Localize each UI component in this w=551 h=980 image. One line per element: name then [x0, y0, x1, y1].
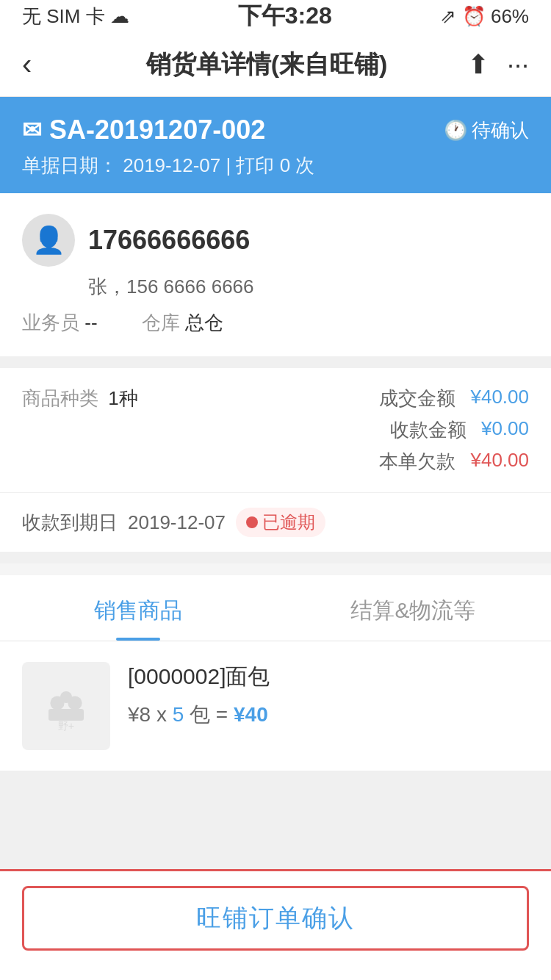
order-id: ✉ SA-20191207-002	[22, 115, 265, 145]
product-info: [0000002]面包 ¥8 x 5 包 = ¥40	[128, 662, 529, 729]
amount-section: 商品种类 1种 成交金额 ¥40.00 收款金额 ¥0.00 本单欠款 ¥40.…	[0, 368, 551, 492]
back-button[interactable]: ‹	[22, 48, 66, 81]
due-date-label: 收款到期日	[22, 510, 118, 536]
warehouse-label: 仓库	[142, 311, 180, 334]
goods-type: 商品种类 1种	[22, 386, 138, 411]
divider-2	[0, 552, 551, 563]
due-date-section: 收款到期日 2019-12-07 已逾期	[0, 492, 551, 552]
product-image: 野+	[22, 662, 110, 750]
product-item: 野+ [0000002]面包 ¥8 x 5 包 = ¥40	[0, 641, 551, 771]
customer-meta: 业务员 -- 仓库 总仓	[22, 310, 529, 336]
deal-amount-value: ¥40.00	[470, 386, 529, 411]
tab-sales-goods[interactable]: 销售商品	[0, 575, 276, 641]
customer-phone: 17666666666	[88, 225, 250, 256]
due-date-value: 2019-12-07	[128, 511, 226, 534]
tabs: 销售商品 结算&物流等	[0, 575, 551, 641]
share-icon[interactable]: ⬆	[467, 49, 489, 80]
more-icon[interactable]: ···	[507, 49, 529, 80]
product-price: ¥8 x 5 包 = ¥40	[128, 701, 529, 729]
nav-actions: ⬆ ···	[467, 49, 529, 80]
overdue-badge: 已逾期	[236, 508, 325, 537]
pay-amount-value: ¥0.00	[481, 417, 529, 443]
order-icon: ✉	[22, 116, 42, 144]
due-amount-label: 本单欠款	[379, 449, 455, 475]
deal-amount-label: 成交金额	[379, 386, 455, 411]
svg-text:野+: 野+	[58, 720, 74, 732]
nav-bar: ‹ 销货单详情(来自旺铺) ⬆ ···	[0, 32, 551, 97]
order-header: ✉ SA-20191207-002 🕐 待确认 单据日期： 2019-12-07…	[0, 97, 551, 193]
salesman-label: 业务员	[22, 311, 79, 334]
avatar: 👤	[22, 214, 75, 267]
status-battery: ⇗ ⏰ 66%	[440, 5, 529, 28]
status-time: 下午3:28	[238, 0, 332, 32]
confirm-order-button[interactable]: 旺铺订单确认	[22, 886, 529, 951]
order-date: 单据日期： 2019-12-07 | 打印 0 次	[22, 153, 529, 179]
product-name: [0000002]面包	[128, 662, 529, 692]
due-amount-value: ¥40.00	[470, 449, 529, 475]
tab-settlement[interactable]: 结算&物流等	[276, 575, 551, 641]
status-bar: 无 SIM 卡 ☁ 下午3:28 ⇗ ⏰ 66%	[0, 0, 551, 32]
page-title: 销货单详情(来自旺铺)	[146, 48, 388, 82]
warehouse-value: 总仓	[185, 311, 223, 334]
customer-name: 张，156 6666 6666	[88, 274, 529, 300]
customer-section: 👤 17666666666 张，156 6666 6666 业务员 -- 仓库 …	[0, 193, 551, 356]
divider-1	[0, 356, 551, 368]
pay-amount-label: 收款金额	[390, 417, 467, 443]
svg-rect-3	[48, 709, 84, 721]
overdue-dot-icon	[246, 516, 258, 528]
status-signal: 无 SIM 卡 ☁	[22, 4, 129, 29]
bottom-bar: 旺铺订单确认	[0, 869, 551, 980]
svg-point-2	[60, 691, 72, 703]
order-status: 🕐 待确认	[444, 118, 529, 143]
salesman-value: --	[84, 311, 97, 334]
amount-group: 成交金额 ¥40.00 收款金额 ¥0.00 本单欠款 ¥40.00	[379, 386, 529, 475]
product-section: 野+ [0000002]面包 ¥8 x 5 包 = ¥40	[0, 641, 551, 771]
clock-icon: 🕐	[444, 119, 467, 142]
